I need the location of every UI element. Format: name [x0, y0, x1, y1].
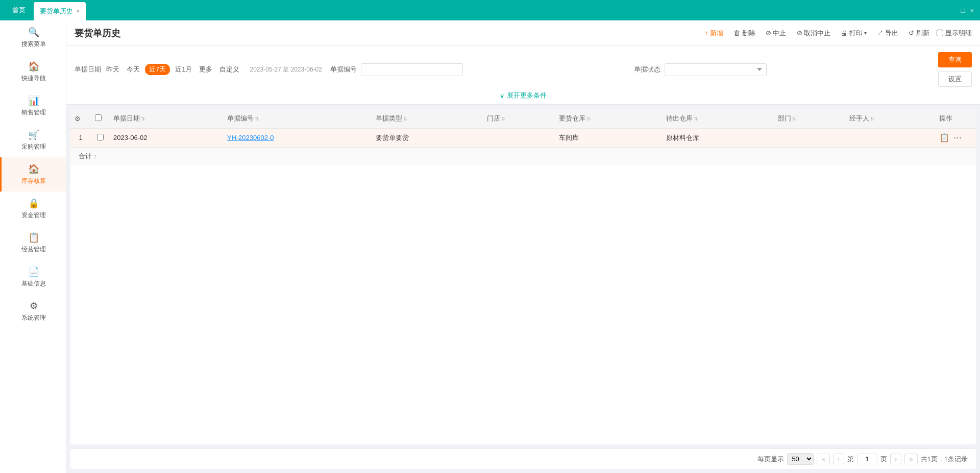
sales-icon: 📊	[28, 95, 39, 106]
sidebar-item-quick-nav[interactable]: 🏠 快捷导航	[0, 55, 66, 89]
display-detail-checkbox[interactable]	[937, 30, 943, 36]
table-footer: 合计：	[70, 147, 976, 165]
sidebar-item-label: 经营管理	[21, 245, 46, 254]
sidebar-item-label: 搜索菜单	[21, 40, 46, 49]
query-button[interactable]: 查询	[938, 52, 972, 67]
date-btn-7days[interactable]: 近7天	[145, 64, 170, 75]
header-actions: + 新增 🗑 删除 ⊘ 中止 ⊘ 取消中止 🖨 打印 ▾ ↗ 导出 ↺ 刷新 显…	[701, 27, 972, 40]
window-controls: — □ ×	[949, 7, 974, 14]
suspend-button[interactable]: ⊘ 中止	[763, 27, 790, 40]
delete-button[interactable]: 🗑 删除	[730, 27, 758, 40]
row-dept	[774, 129, 845, 147]
filter-area: 单据日期 昨天 今天 近7天 近1月 更多 自定义 2023-05-27 至 2…	[66, 46, 980, 105]
row-doc-no[interactable]: YH-20230602-0	[223, 129, 372, 147]
date-label: 单据日期	[75, 65, 101, 74]
page-size-label: 每页显示	[757, 455, 784, 464]
sort-store-icon: ⇅	[501, 116, 505, 122]
date-btn-today[interactable]: 今天	[125, 64, 142, 75]
basic-icon: 📄	[28, 266, 39, 277]
print-dropdown-icon[interactable]: ▾	[864, 30, 867, 36]
first-page-button[interactable]: «	[817, 454, 829, 464]
sort-date-icon: ⇅	[141, 116, 145, 122]
minimize-icon[interactable]: —	[949, 7, 956, 14]
sort-pendwh-icon: ⇅	[694, 116, 698, 122]
sidebar-item-sales[interactable]: 📊 销售管理	[0, 89, 66, 123]
inventory-icon: 🏠	[28, 163, 39, 175]
row-ops: 📋 ⋯	[935, 129, 976, 147]
row-pending-warehouse: 原材料仓库	[662, 129, 774, 147]
page-number-input[interactable]	[857, 454, 877, 464]
status-select[interactable]	[665, 63, 767, 76]
page-label: 第	[847, 455, 854, 464]
select-all-checkbox[interactable]	[95, 114, 102, 121]
sidebar-item-label: 采购管理	[21, 143, 46, 151]
th-store[interactable]: 门店⇅	[483, 109, 554, 129]
sort-docno-icon: ⇅	[255, 116, 259, 122]
next-page-button[interactable]: ›	[890, 454, 901, 464]
row-date: 2023-06-02	[109, 129, 223, 147]
sidebar-item-system[interactable]: ⚙ 系统管理	[0, 294, 66, 328]
sort-handler-icon: ⇅	[870, 116, 874, 122]
page-title: 要货单历史	[75, 27, 120, 39]
th-req-warehouse[interactable]: 要货仓库⇅	[555, 109, 663, 129]
row-check[interactable]	[91, 129, 109, 147]
page-summary: 共1页，1条记录	[921, 455, 968, 464]
cancel-suspend-button[interactable]: ⊘ 取消中止	[794, 27, 834, 40]
sidebar-item-inventory[interactable]: 🏠 库存核算	[0, 157, 66, 192]
quick-nav-icon: 🏠	[28, 61, 39, 72]
page-end-label: 页	[880, 455, 887, 464]
display-detail-checkbox-label[interactable]: 显示明细	[937, 29, 972, 38]
operation-icon: 📋	[28, 232, 39, 243]
th-ops: 操作	[935, 109, 976, 129]
purchase-icon: 🛒	[28, 129, 39, 140]
status-filter: 单据状态	[634, 63, 930, 76]
sort-reqwh-icon: ⇅	[586, 116, 591, 122]
th-settings[interactable]: ⚙	[70, 109, 91, 129]
th-doc-type[interactable]: 单据类型⇅	[372, 109, 483, 129]
close-window-icon[interactable]: ×	[970, 7, 974, 14]
row-req-warehouse: 车间库	[555, 129, 663, 147]
page-size-select[interactable]: 50 10 20 100	[787, 453, 814, 465]
th-handler[interactable]: 经手人⇅	[845, 109, 935, 129]
th-date[interactable]: 单据日期⇅	[109, 109, 223, 129]
maximize-icon[interactable]: □	[961, 7, 965, 14]
main-layout: 🔍 搜索菜单 🏠 快捷导航 📊 销售管理 🛒 采购管理 🏠 库存核算 🔒 资金管…	[0, 20, 980, 473]
sidebar-item-finance[interactable]: 🔒 资金管理	[0, 192, 66, 226]
sidebar-item-purchase[interactable]: 🛒 采购管理	[0, 123, 66, 157]
date-btn-1month[interactable]: 近1月	[173, 64, 194, 75]
tab-close-icon[interactable]: ×	[76, 2, 80, 20]
date-btn-yesterday[interactable]: 昨天	[104, 64, 121, 75]
export-button[interactable]: ↗ 导出	[874, 27, 902, 40]
sidebar-item-operation[interactable]: 📋 经营管理	[0, 226, 66, 260]
sidebar: 🔍 搜索菜单 🏠 快捷导航 📊 销售管理 🛒 采购管理 🏠 库存核算 🔒 资金管…	[0, 20, 66, 473]
row-doc-type: 要货单要货	[372, 129, 483, 147]
sum-label: 合计：	[79, 152, 99, 161]
prev-page-button[interactable]: ‹	[833, 454, 844, 464]
search-menu-icon: 🔍	[28, 27, 39, 38]
sort-doctype-icon: ⇅	[403, 116, 407, 122]
print-button[interactable]: 🖨 打印 ▾	[838, 27, 870, 40]
th-doc-no[interactable]: 单据编号⇅	[223, 109, 372, 129]
more-ops-icon[interactable]: ⋯	[953, 133, 962, 143]
refresh-button[interactable]: ↺ 刷新	[905, 27, 933, 40]
date-btn-more[interactable]: 更多	[197, 64, 214, 75]
doc-no-input[interactable]	[361, 63, 463, 76]
finance-icon: 🔒	[28, 198, 39, 209]
sidebar-item-label: 销售管理	[21, 108, 46, 117]
expand-more-icon: ∨	[500, 92, 505, 100]
edit-icon[interactable]: 📋	[939, 133, 949, 143]
new-button[interactable]: + 新增	[701, 27, 726, 40]
th-dept[interactable]: 部门⇅	[774, 109, 845, 129]
last-page-button[interactable]: »	[904, 454, 917, 464]
sidebar-item-search-menu[interactable]: 🔍 搜索菜单	[0, 20, 66, 55]
row-handler	[845, 129, 935, 147]
tab-home[interactable]: 首页	[6, 0, 32, 20]
expand-more[interactable]: ∨ 展开更多条件	[75, 91, 972, 100]
sidebar-item-label: 基础信息	[21, 279, 46, 288]
page-header: 要货单历史 + 新增 🗑 删除 ⊘ 中止 ⊘ 取消中止 🖨 打印 ▾ ↗ 导出 …	[66, 20, 980, 46]
tab-active[interactable]: 要货单历史 ×	[34, 2, 86, 20]
settings-button[interactable]: 设置	[938, 72, 972, 87]
th-pending-warehouse[interactable]: 待出仓库⇅	[662, 109, 774, 129]
sidebar-item-basic[interactable]: 📄 基础信息	[0, 260, 66, 294]
date-btn-custom[interactable]: 自定义	[217, 64, 241, 75]
